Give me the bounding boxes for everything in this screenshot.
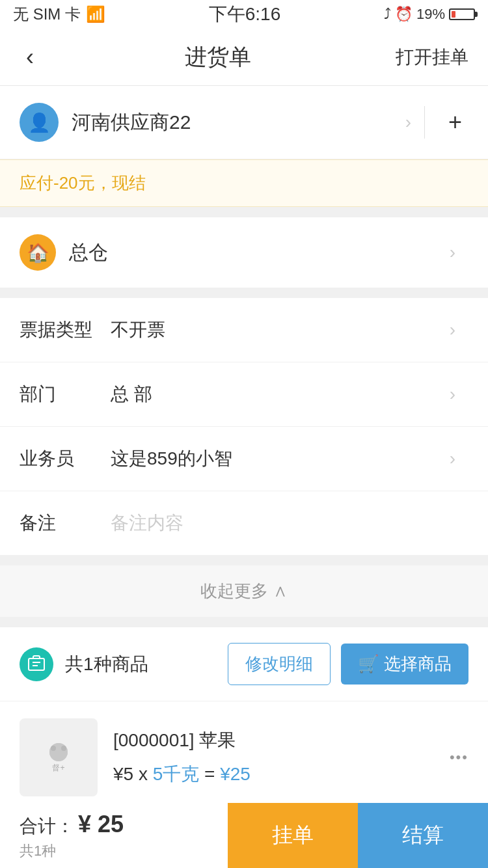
status-bar: 无 SIM 卡 📶 下午6:16 ⤴ ⏰ 19% [0, 0, 488, 29]
main-content: 👤 河南供应商22 › + 应付-20元，现结 🏠 总仓 › 票据类型 不开票 … [0, 86, 488, 868]
svg-point-5 [51, 746, 56, 751]
warehouse-name: 总仓 [69, 239, 450, 266]
nav-bar: ‹ 进货单 打开挂单 [0, 29, 488, 86]
total-amount: ¥ 25 [78, 811, 124, 838]
department-value: 总 部 [104, 382, 450, 407]
products-count-text: 共1种商品 [65, 652, 228, 677]
battery-percent: 19% [416, 6, 445, 23]
warehouse-house-icon: 🏠 [27, 242, 49, 264]
department-chevron-icon: › [450, 384, 455, 405]
salesperson-row[interactable]: 业务员 这是859的小智 › [0, 427, 488, 491]
warehouse-chevron-icon: › [450, 242, 455, 263]
invoice-type-value: 不开票 [104, 318, 450, 342]
status-left: 无 SIM 卡 📶 [13, 4, 105, 25]
salesperson-label: 业务员 [20, 446, 104, 471]
collapse-bar[interactable]: 收起更多 ∧ [0, 565, 488, 617]
svg-text:督+: 督+ [52, 763, 64, 772]
battery-icon [449, 8, 475, 20]
supplier-name: 河南供应商22 [72, 109, 405, 136]
back-button[interactable]: ‹ [20, 37, 40, 77]
divider [424, 106, 425, 139]
location-icon: ⤴ [384, 6, 391, 23]
remark-label: 备注 [20, 511, 104, 536]
products-header: 共1种商品 修改明细 🛒 选择商品 [0, 627, 488, 701]
select-product-label: 选择商品 [384, 653, 452, 675]
total-label: 合计： [20, 814, 74, 839]
department-label: 部门 [20, 382, 104, 407]
product-subtotal: ¥25 [220, 764, 251, 784]
remark-row[interactable]: 备注 备注内容 [0, 491, 488, 555]
product-more-button[interactable]: ••• [429, 749, 468, 766]
total-section: 合计： ¥ 25 共1种 [0, 803, 228, 868]
product-thumbnail: 督+ [20, 718, 98, 796]
salesperson-chevron-icon: › [450, 448, 455, 469]
product-quantity: 5千克 [153, 764, 200, 784]
multiply-symbol: x [133, 764, 153, 784]
status-time: 下午6:16 [209, 2, 281, 27]
product-name: [0000001] 苹果 [113, 728, 429, 753]
svg-rect-0 [29, 658, 44, 670]
invoice-type-row[interactable]: 票据类型 不开票 › [0, 298, 488, 362]
remark-value[interactable]: 备注内容 [104, 511, 468, 536]
cart-icon: 🛒 [358, 654, 379, 674]
warehouse-section[interactable]: 🏠 总仓 › [0, 217, 488, 288]
add-supplier-button[interactable]: + [442, 105, 468, 139]
product-item: 督+ [0000001] 苹果 ¥5 x 5千克 = ¥25 ••• [0, 701, 488, 813]
total-sub-label: 共1种 [20, 841, 208, 861]
edit-detail-button[interactable]: 修改明细 [228, 643, 331, 685]
page-title: 进货单 [185, 42, 251, 72]
svg-point-4 [49, 743, 68, 761]
supplier-chevron-icon: › [405, 112, 411, 133]
equals-symbol: = [199, 764, 220, 784]
bottom-bar: 合计： ¥ 25 共1种 挂单 结算 [0, 803, 488, 868]
invoice-type-chevron-icon: › [450, 319, 455, 340]
alarm-icon: ⏰ [395, 6, 413, 23]
hang-button[interactable]: 挂单 [228, 803, 358, 868]
status-right: ⤴ ⏰ 19% [384, 6, 475, 23]
supplier-avatar: 👤 [20, 103, 59, 142]
salesperson-value: 这是859的小智 [104, 446, 450, 471]
warehouse-icon: 🏠 [20, 234, 56, 271]
settle-button[interactable]: 结算 [358, 803, 488, 868]
supplier-row[interactable]: 👤 河南供应商22 › + [0, 86, 488, 159]
svg-point-6 [61, 746, 66, 751]
total-row: 合计： ¥ 25 [20, 811, 208, 839]
select-product-button[interactable]: 🛒 选择商品 [341, 644, 468, 685]
form-section: 票据类型 不开票 › 部门 总 部 › 业务员 这是859的小智 › 备注 备注… [0, 298, 488, 555]
product-info: [0000001] 苹果 ¥5 x 5千克 = ¥25 [113, 728, 429, 787]
product-price-row: ¥5 x 5千克 = ¥25 [113, 762, 429, 787]
avatar-icon: 👤 [28, 112, 51, 133]
product-count-icon [20, 647, 53, 681]
invoice-type-label: 票据类型 [20, 318, 104, 342]
department-row[interactable]: 部门 总 部 › [0, 362, 488, 427]
wifi-icon: 📶 [86, 5, 105, 23]
open-hang-button[interactable]: 打开挂单 [396, 45, 468, 70]
alert-banner: 应付-20元，现结 [0, 159, 488, 207]
products-section: 共1种商品 修改明细 🛒 选择商品 督+ [0000001] 苹果 ¥5 x [0, 627, 488, 813]
supplier-section: 👤 河南供应商22 › + 应付-20元，现结 [0, 86, 488, 207]
sim-status: 无 SIM 卡 [13, 4, 81, 25]
product-unit-price: ¥5 [113, 764, 133, 784]
